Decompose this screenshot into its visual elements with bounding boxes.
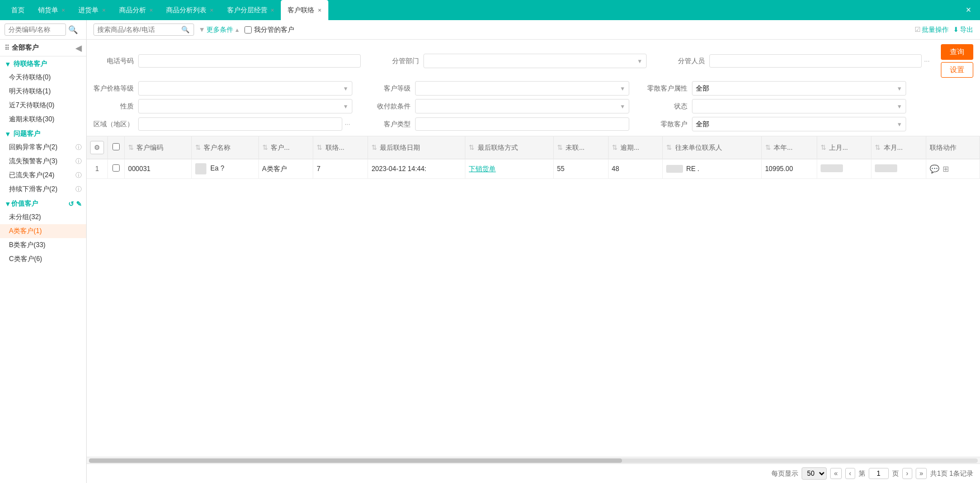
th-contact: ⇅ 联络...	[313, 136, 368, 159]
chevron-down-payment-icon: ▼	[620, 103, 625, 110]
sidebar-item-ungroup[interactable]: 未分组(32)	[0, 210, 86, 224]
sidebar-search-icon[interactable]: 🔍	[68, 25, 78, 34]
sidebar-item-b-class[interactable]: B类客户(33)	[0, 238, 86, 252]
per-page-select[interactable]: 50 100 200	[802, 467, 827, 480]
more-filters-btn[interactable]: ▼ 更多条件 ▲	[199, 25, 240, 35]
nav-tab-sales[interactable]: 销货单 ×	[31, 0, 72, 20]
nav-tab-purchase[interactable]: 进货单 ×	[72, 0, 112, 20]
nav-tab-goods-analysis[interactable]: 商品分析 ×	[112, 0, 159, 20]
row-num: 1	[87, 159, 108, 179]
filter-input-cust-type[interactable]	[415, 117, 629, 131]
sidebar-item-7days[interactable]: 近7天待联络(0)	[0, 98, 86, 112]
sort-lastmethod-icon[interactable]: ⇅	[469, 144, 474, 151]
filter-select-dept[interactable]: ▼	[423, 54, 646, 68]
row-overdue: 48	[608, 159, 663, 179]
close-customer-contact-icon[interactable]: ×	[318, 7, 321, 13]
sidebar-collapse-icon[interactable]: ◀	[76, 44, 82, 53]
last-page-btn[interactable]: »	[916, 468, 927, 479]
info-icon-3: ⓘ	[76, 171, 82, 179]
row-checkbox[interactable]	[112, 164, 120, 172]
scrollbar-track[interactable]	[89, 458, 978, 463]
filter-select-nature[interactable]: ▼	[138, 99, 352, 113]
th-contact2: ⇅ 往来单位联系人	[663, 136, 761, 159]
sort-code-icon[interactable]: ⇅	[128, 144, 134, 151]
my-customers-checkbox[interactable]: 我分管的客户	[244, 25, 294, 35]
horizontal-scrollbar[interactable]	[87, 457, 980, 463]
sort-uncontacted-icon[interactable]: ⇅	[557, 144, 563, 151]
filter-select-cust-grade[interactable]: ▼	[415, 81, 629, 96]
sort-overdue-icon[interactable]: ⇅	[612, 144, 618, 151]
sidebar-item-abnormal[interactable]: 回购异常客户(2) ⓘ	[0, 140, 86, 154]
sidebar-section-value: ▼ 价值客户 ↺ ✎	[0, 196, 86, 210]
filter-select-retail-attr[interactable]: 全部 ▼	[692, 81, 906, 96]
filter-input-person[interactable]	[709, 54, 922, 68]
nav-tab-home[interactable]: 首页	[4, 0, 31, 20]
nav-tab-customer-contact[interactable]: 客户联络 ×	[281, 0, 328, 20]
sort-name-icon[interactable]: ⇅	[195, 144, 201, 151]
advanced-filter: 电话号码 分管部门 ▼ 分管人员 ···	[87, 40, 980, 136]
select-all-checkbox[interactable]	[112, 143, 120, 150]
sidebar-item-lost[interactable]: 已流失客户(24) ⓘ	[0, 168, 86, 182]
chevron-down-grade-icon: ▼	[620, 86, 625, 92]
close-customer-tier-icon[interactable]: ×	[271, 7, 274, 13]
nav-tab-customer-tier[interactable]: 客户分层经营 ×	[220, 0, 281, 20]
refresh-icon[interactable]: ↺	[68, 200, 74, 208]
filter-input-region[interactable]	[138, 117, 342, 131]
triangle-icon-2: ▼	[4, 130, 11, 138]
first-page-btn[interactable]: «	[830, 468, 842, 479]
filter-row-3: 性质 ▼ 收付款条件 ▼ 状态	[93, 99, 973, 113]
sidebar-item-overdue[interactable]: 逾期未联络(30)	[0, 112, 86, 126]
page-input[interactable]	[869, 468, 889, 479]
region-more-icon[interactable]: ···	[342, 120, 352, 128]
close-all-tabs-icon[interactable]: ×	[962, 5, 976, 15]
sidebar-item-today[interactable]: 今天待联络(0)	[0, 70, 86, 84]
sort-contact2-icon[interactable]: ⇅	[666, 144, 672, 151]
column-settings-btn[interactable]: ⚙	[90, 141, 104, 154]
filter-select-status[interactable]: ▼	[692, 99, 906, 113]
sort-contact-icon[interactable]: ⇅	[317, 144, 322, 151]
filter-select-price-grade[interactable]: ▼	[138, 81, 352, 96]
filter-search-icon[interactable]: 🔍	[181, 26, 190, 34]
close-sales-icon[interactable]: ×	[62, 7, 65, 13]
next-page-btn[interactable]: ›	[902, 468, 912, 479]
sort-lastdate-icon[interactable]: ⇅	[371, 144, 377, 151]
sidebar-item-declining[interactable]: 持续下滑客户(2) ⓘ	[0, 182, 86, 196]
prev-page-btn[interactable]: ‹	[845, 468, 855, 479]
sort-thismonth-icon[interactable]: ⇅	[875, 144, 880, 151]
scrollbar-thumb[interactable]	[89, 458, 622, 463]
chat-icon[interactable]: 💬	[930, 164, 939, 173]
filter-input-phone[interactable]	[138, 54, 361, 68]
last-method-link[interactable]: 下销货单	[469, 165, 496, 173]
filter-label-retail: 零散客户	[647, 120, 692, 129]
sidebar-section-pending-label: 待联络客户	[13, 59, 47, 69]
export-btn[interactable]: ⬇ 导出	[953, 25, 973, 35]
filter-cell-payment: 收付款条件 ▼	[370, 99, 629, 113]
filter-select-retail[interactable]: 全部 ▼	[692, 117, 906, 131]
sidebar-item-tomorrow[interactable]: 明天待联络(1)	[0, 84, 86, 98]
sidebar-item-a-class[interactable]: A类客户(1)	[0, 224, 86, 238]
sidebar-item-lost-warning[interactable]: 流失预警客户(3) ⓘ	[0, 154, 86, 168]
close-purchase-icon[interactable]: ×	[102, 7, 105, 13]
settings-button[interactable]: 设置	[941, 62, 973, 78]
sidebar-item-c-class[interactable]: C类客户(6)	[0, 252, 86, 266]
qr-icon[interactable]: ⊞	[943, 164, 949, 173]
filter-label-phone: 电话号码	[93, 56, 138, 66]
close-goods-analysis-icon[interactable]: ×	[149, 7, 153, 13]
filter-search-input[interactable]	[97, 26, 181, 34]
sort-lastmonth-icon[interactable]: ⇅	[821, 144, 826, 151]
query-button[interactable]: 查询	[941, 44, 973, 60]
th-overdue: ⇅ 逾期...	[608, 136, 663, 159]
close-goods-list-icon[interactable]: ×	[210, 7, 213, 13]
table-header-row: ⚙ ⇅ 客户编码 ⇅ 客户名称	[87, 136, 980, 159]
edit-icon[interactable]: ✎	[76, 200, 82, 208]
my-customers-check[interactable]	[244, 26, 252, 34]
info-icon-1: ⓘ	[76, 143, 82, 151]
batch-op-btn[interactable]: ☑ 批量操作	[915, 25, 949, 35]
sort-type-icon[interactable]: ⇅	[262, 144, 268, 151]
last-month-placeholder	[821, 164, 843, 172]
filter-select-payment[interactable]: ▼	[415, 99, 629, 113]
sort-thisyear-icon[interactable]: ⇅	[765, 144, 771, 151]
nav-tab-goods-list[interactable]: 商品分析列表 ×	[159, 0, 220, 20]
sidebar-search-input[interactable]	[4, 23, 66, 36]
person-more-icon[interactable]: ···	[922, 57, 932, 65]
